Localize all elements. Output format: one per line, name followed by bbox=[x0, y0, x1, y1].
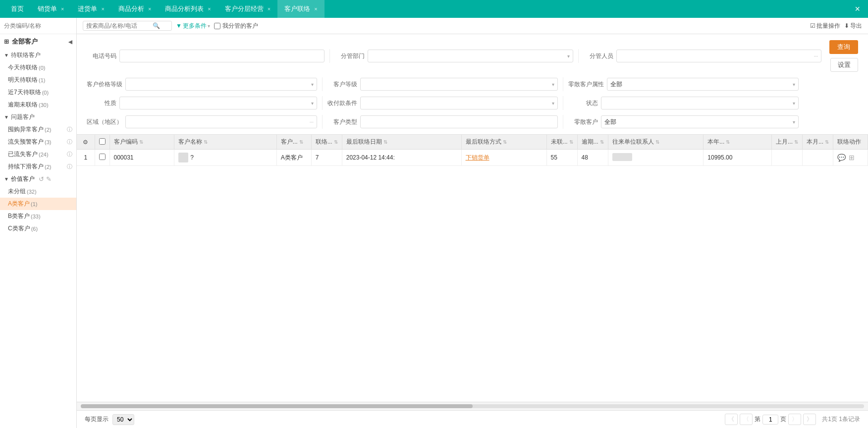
sidebar-item-churned[interactable]: 已流失客户 (24) ⓘ bbox=[0, 148, 76, 160]
sidebar-item-b-class[interactable]: B类客户 (33) bbox=[0, 210, 76, 222]
row-checkbox[interactable] bbox=[95, 150, 109, 166]
nav-purchase[interactable]: 进货单 × bbox=[71, 0, 111, 18]
sidebar-item-tomorrow[interactable]: 明天待联络 (1) bbox=[0, 74, 76, 86]
nav-product-analysis[interactable]: 商品分析 × bbox=[111, 0, 158, 18]
price-tier-chevron: ▾ bbox=[311, 82, 314, 87]
query-button[interactable]: 查询 bbox=[829, 40, 858, 54]
col-checkbox[interactable] bbox=[95, 135, 109, 150]
chat-icon[interactable]: 💬 bbox=[837, 154, 846, 161]
table-wrap: ⚙ 客户编码 ⇅ 客户名称 bbox=[77, 135, 868, 402]
customer-tier-select[interactable]: ▾ bbox=[360, 78, 558, 91]
col-last-month[interactable]: 上月... ⇅ bbox=[771, 135, 802, 150]
sidebar-item-hoarding[interactable]: 囤购异常客户 (2) ⓘ bbox=[0, 123, 76, 136]
nav-customer-tier[interactable]: 客户分层经营 × bbox=[218, 0, 277, 18]
horizontal-scrollbar[interactable] bbox=[77, 402, 868, 410]
col-not-contact[interactable]: 未联... ⇅ bbox=[546, 135, 577, 150]
refresh-icon[interactable]: ↺ bbox=[39, 175, 44, 183]
col-contact-person[interactable]: 往来单位联系人 ⇅ bbox=[608, 135, 704, 150]
last-page-button[interactable]: 》 bbox=[803, 414, 816, 425]
sidebar-item-a-class[interactable]: A类客户 (1) bbox=[0, 198, 76, 210]
person-label: 分管人员 bbox=[584, 52, 613, 60]
nav-customer-tier-close[interactable]: × bbox=[268, 0, 271, 18]
col-contact[interactable]: 联络... ⇅ bbox=[311, 135, 342, 150]
sidebar-item-declining[interactable]: 持续下滑客户 (2) ⓘ bbox=[0, 160, 76, 173]
sidebar-search-input[interactable] bbox=[4, 22, 77, 29]
nav-sales-close[interactable]: × bbox=[61, 0, 64, 18]
retail-attr-select[interactable]: 全部 ▾ bbox=[607, 78, 799, 91]
contact-person-avatar bbox=[612, 153, 632, 161]
col-type-label: 客户... bbox=[281, 138, 298, 146]
col-name[interactable]: 客户名称 ⇅ bbox=[174, 135, 276, 150]
nature-select[interactable]: ▾ bbox=[119, 97, 317, 109]
col-this-year[interactable]: 本年... ⇅ bbox=[704, 135, 772, 150]
col-this-month-label: 本月... bbox=[807, 138, 823, 146]
7days-badge: (0) bbox=[42, 90, 49, 96]
close-all-button[interactable]: × bbox=[851, 4, 864, 14]
prev-page-button[interactable]: 〈 bbox=[740, 414, 753, 425]
retail-customer-select[interactable]: 全部 ▾ bbox=[601, 115, 799, 128]
scrollbar-thumb[interactable] bbox=[81, 404, 473, 408]
grid-icon: ⊞ bbox=[4, 38, 9, 45]
nature-chevron: ▾ bbox=[311, 101, 314, 106]
first-page-button[interactable]: 《 bbox=[725, 414, 738, 425]
price-tier-select[interactable]: ▾ bbox=[125, 78, 317, 91]
divider1 bbox=[329, 49, 330, 63]
nav-customer-contact[interactable]: 客户联络 × bbox=[277, 0, 324, 18]
nav-product-analysis-close[interactable]: × bbox=[148, 0, 151, 18]
export-button[interactable]: ⬇ 导出 bbox=[844, 22, 862, 30]
last-method[interactable]: 下销货单 bbox=[466, 154, 489, 161]
dept-select[interactable]: ▾ bbox=[368, 50, 573, 62]
grid-action-icon[interactable]: ⊞ bbox=[849, 154, 855, 161]
scrollbar-track[interactable] bbox=[81, 404, 864, 408]
export-icon: ⬇ bbox=[844, 22, 849, 29]
col-last-method[interactable]: 最后联络方式 ⇅ bbox=[461, 135, 546, 150]
col-code[interactable]: 客户编码 ⇅ bbox=[109, 135, 174, 150]
sidebar-item-overdue[interactable]: 逾期未联络 (30) bbox=[0, 99, 76, 111]
more-conditions-button[interactable]: ▼ 更多条件 ▾ bbox=[176, 22, 210, 30]
triangle-down-icon: ▼ bbox=[4, 53, 9, 58]
sidebar: 🔍 ⊞ 全部客户 ◀ ▼ 待联络客户 今天待联络 (0) 明天待联络 (1) 近… bbox=[0, 18, 77, 428]
sidebar-item-churn-warn[interactable]: 流失预警客户 (3) ⓘ bbox=[0, 136, 76, 148]
payment-select[interactable]: ▾ bbox=[360, 97, 558, 109]
row-type: A类客户 bbox=[276, 150, 311, 166]
batch-op-button[interactable]: ☑ 批量操作 bbox=[810, 22, 840, 30]
next-page-button[interactable]: 〉 bbox=[788, 414, 801, 425]
nav-customer-contact-close[interactable]: × bbox=[314, 0, 317, 18]
col-last-date[interactable]: 最后联络日期 ⇅ bbox=[342, 135, 461, 150]
group-pending-contact[interactable]: ▼ 待联络客户 bbox=[0, 49, 76, 61]
col-gear[interactable]: ⚙ bbox=[77, 135, 95, 150]
nav-purchase-close[interactable]: × bbox=[101, 0, 104, 18]
region-select[interactable]: ··· bbox=[125, 115, 317, 128]
page-number-input[interactable] bbox=[762, 415, 778, 425]
col-overdue-label: 逾期... bbox=[582, 138, 598, 146]
my-customers-checkbox[interactable] bbox=[214, 23, 220, 29]
all-customers-header[interactable]: ⊞ 全部客户 ◀ bbox=[0, 34, 76, 49]
customer-name: ? bbox=[190, 154, 194, 161]
table-row: 1 000031 ? bbox=[77, 150, 868, 166]
main-search-input[interactable] bbox=[86, 22, 151, 29]
nav-product-list-close[interactable]: × bbox=[208, 0, 211, 18]
edit-icon[interactable]: ✎ bbox=[46, 175, 52, 183]
sidebar-item-unclassified[interactable]: 未分组 (32) bbox=[0, 185, 76, 198]
row-select-checkbox[interactable] bbox=[99, 154, 106, 160]
nav-product-list[interactable]: 商品分析列表 × bbox=[158, 0, 217, 18]
col-overdue[interactable]: 逾期... ⇅ bbox=[577, 135, 608, 150]
nav-sales[interactable]: 销货单 × bbox=[31, 0, 71, 18]
batch-op-label: 批量操作 bbox=[816, 22, 840, 30]
per-page-select[interactable]: 50 bbox=[112, 414, 134, 425]
phone-input[interactable] bbox=[119, 50, 325, 62]
col-action-label: 联络动作 bbox=[837, 138, 861, 145]
col-this-month[interactable]: 本月... ⇅ bbox=[802, 135, 833, 150]
settings-button[interactable]: 设置 bbox=[830, 58, 858, 72]
nav-home[interactable]: 首页 bbox=[4, 0, 31, 18]
sidebar-item-today[interactable]: 今天待联络 (0) bbox=[0, 61, 76, 74]
customer-type-input[interactable] bbox=[360, 115, 558, 128]
group-problem-customers[interactable]: ▼ 问题客户 bbox=[0, 111, 76, 123]
sidebar-item-7days[interactable]: 近7天待联络 (0) bbox=[0, 86, 76, 99]
select-all-checkbox[interactable] bbox=[99, 138, 106, 145]
sort-icon-code: ⇅ bbox=[139, 139, 143, 145]
status-select[interactable]: ▾ bbox=[601, 97, 799, 109]
person-select[interactable]: ··· bbox=[616, 50, 821, 62]
sidebar-item-c-class[interactable]: C类客户 (6) bbox=[0, 222, 76, 235]
col-type[interactable]: 客户... ⇅ bbox=[276, 135, 311, 150]
